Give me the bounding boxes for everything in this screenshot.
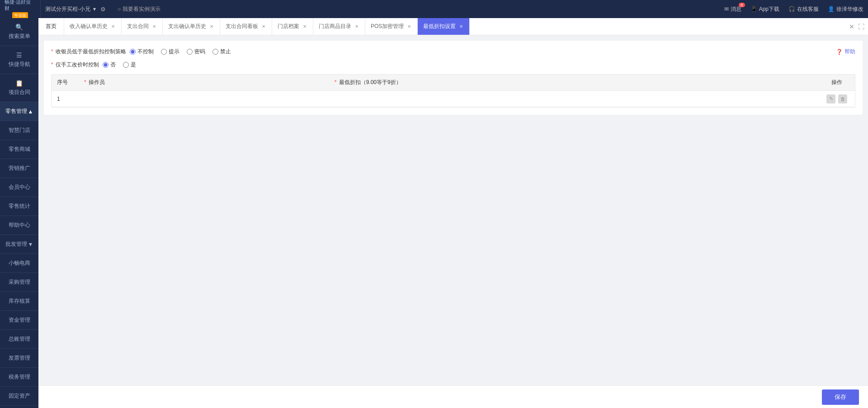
content-area: 首页 收入确认单历史 ✕ 支出合同 ✕ 支出确认单历史 ✕ 支出合同看板 ✕ 门… — [38, 18, 868, 408]
tab-close-icon[interactable]: ✕ — [406, 24, 412, 29]
tab-close-icon[interactable]: ✕ — [354, 24, 359, 29]
app-download-button[interactable]: 📱 App下载 — [750, 5, 779, 13]
sidebar-item-member-center[interactable]: 会员中心 — [0, 178, 38, 197]
help-link[interactable]: ❓ 帮助 — [836, 48, 855, 56]
delete-row-button[interactable]: 🗑 — [838, 94, 847, 103]
tab-payment-contract-board[interactable]: 支出合同看板 ✕ — [220, 18, 272, 35]
tab-close-icon[interactable]: ✕ — [209, 24, 214, 29]
radio-password[interactable]: 密码 — [187, 48, 205, 56]
app-logo: 畅捷·适好业财 专业版 — [5, 0, 41, 19]
th-seq: 序号 — [52, 79, 79, 86]
sidebar-item-label: 批发管理 — [5, 240, 27, 248]
sidebar-item-search[interactable]: 🔍 搜索菜单 — [0, 18, 38, 46]
radio-tip[interactable]: 提示 — [161, 48, 179, 56]
tab-min-discount[interactable]: 最低折扣设置 ✕ — [418, 18, 470, 35]
radio-no-control[interactable]: 不控制 — [130, 48, 154, 56]
sidebar-item-retail-mgmt[interactable]: 零售管理 ▲ — [0, 102, 38, 121]
sidebar-item-retail-mall[interactable]: 零售商城 — [0, 140, 38, 159]
th-discount: * 最低折扣（9.00等于9折） — [329, 79, 819, 86]
tab-store-archive[interactable]: 门店档案 ✕ — [272, 18, 313, 35]
tab-close-icon[interactable]: ✕ — [261, 24, 266, 29]
radio-forbid[interactable]: 禁止 — [212, 48, 231, 56]
tab-end-buttons: ✕ ⛶ — [845, 23, 868, 30]
sidebar-item-purchase-mgmt[interactable]: 采购管理 — [0, 273, 38, 292]
sidebar-item-project-contract[interactable]: 📋 项目合同 — [0, 74, 38, 102]
sidebar-item-ecommerce[interactable]: 小畅电商 — [0, 254, 38, 273]
sidebar-item-marketing[interactable]: 营销推广 — [0, 159, 38, 178]
sidebar-item-label: 快捷导航 — [9, 61, 30, 68]
sidebar-item-smart-store[interactable]: 智慧门店 — [0, 121, 38, 140]
sidebar-item-label: 税务管理 — [9, 373, 30, 381]
settings-button[interactable]: ⚙ — [98, 4, 108, 14]
radio-no[interactable]: 否 — [103, 61, 116, 69]
manual-price-row: * 仅手工改价时控制 否 是 — [51, 61, 855, 69]
sidebar-item-label: 项目合同 — [9, 89, 30, 96]
sidebar-item-fund-mgmt[interactable]: 资金管理 — [0, 311, 38, 330]
tab-income-confirm-history[interactable]: 收入确认单历史 ✕ — [64, 18, 122, 35]
radio-yes[interactable]: 是 — [123, 61, 136, 69]
edit-row-button[interactable]: ✎ — [826, 94, 835, 103]
project-name: 测试分开买程-小兄 — [45, 5, 90, 13]
tab-pos-password[interactable]: POS加密管理 ✕ — [365, 18, 418, 35]
tab-label: 收入确认单历史 — [70, 23, 108, 30]
tab-label: 最低折扣设置 — [423, 23, 456, 30]
sidebar-item-label: 会员中心 — [9, 183, 30, 191]
user-profile-button[interactable]: 👤 徐泽华修改 — [828, 5, 863, 13]
search-icon: 🔍 — [15, 23, 23, 31]
maximize-tab-button[interactable]: ⛶ — [858, 23, 864, 30]
settings-card: * 收银员低于最低折扣控制策略 不控制 提示 — [44, 41, 863, 115]
contract-icon: 📋 — [15, 80, 23, 87]
circle-icon: ○ — [118, 6, 121, 12]
tab-payment-contract[interactable]: 支出合同 ✕ — [122, 18, 163, 35]
sidebar-item-label: 资金管理 — [9, 316, 30, 324]
sidebar-item-label: 搜索菜单 — [9, 33, 30, 40]
td-seq: 1 — [52, 96, 79, 102]
sidebar-item-shortcuts[interactable]: ☰ 快捷导航 — [0, 46, 38, 74]
sidebar-item-label: 发票管理 — [9, 354, 30, 362]
project-selector[interactable]: 测试分开买程-小兄 ▾ — [45, 5, 96, 13]
tab-close-icon[interactable]: ✕ — [151, 24, 157, 29]
message-badge: 8 — [739, 3, 745, 7]
sidebar-item-retail-stats[interactable]: 零售统计 — [0, 197, 38, 216]
page-content: * 收银员低于最低折扣控制策略 不控制 提示 — [38, 35, 868, 385]
logo-text: 畅捷·适好业财 — [5, 0, 36, 11]
required-mark: * — [51, 48, 53, 55]
avatar-icon: 👤 — [828, 6, 835, 12]
tab-label: 支出合同 — [127, 23, 149, 30]
tab-label: POS加密管理 — [371, 23, 404, 30]
sidebar-item-help-center[interactable]: 帮助中心 — [0, 216, 38, 235]
tab-close-icon[interactable]: ✕ — [302, 24, 307, 29]
bottom-bar: 保存 — [38, 385, 868, 408]
close-tab-button[interactable]: ✕ — [849, 23, 854, 30]
tab-close-icon[interactable]: ✕ — [110, 24, 116, 29]
demo-link[interactable]: ○ 我要看实例演示 — [118, 5, 160, 13]
tab-store-products[interactable]: 门店商品目录 ✕ — [313, 18, 365, 35]
tab-close-icon[interactable]: ✕ — [458, 24, 464, 29]
sidebar-item-invoice-mgmt[interactable]: 发票管理 — [0, 349, 38, 368]
required-mark: * — [51, 61, 53, 68]
sidebar-item-ledger[interactable]: 总账管理 — [0, 330, 38, 349]
save-button[interactable]: 保存 — [822, 389, 859, 405]
messages-button[interactable]: ✉ 消息 8 — [724, 5, 741, 13]
sidebar-item-tax-mgmt[interactable]: 税务管理 — [0, 368, 38, 387]
dropdown-icon: ▾ — [93, 6, 96, 12]
tab-home[interactable]: 首页 — [38, 18, 64, 35]
main-layout: 🔍 搜索菜单 ☰ 快捷导航 📋 项目合同 零售管理 ▲ 智慧门店 零售商城 营销… — [0, 18, 868, 408]
sidebar-item-label: 采购管理 — [9, 278, 30, 286]
sidebar-item-label: 营销推广 — [9, 164, 30, 172]
sidebar-item-inventory[interactable]: 库存核算 — [0, 292, 38, 311]
discount-control-options: 不控制 提示 密码 禁止 — [130, 48, 231, 56]
table-header: 序号 * 操作员 * 最低折扣（9.00等于9折） 操作 — [52, 75, 855, 91]
sidebar-item-wholesale-mgmt[interactable]: 批发管理 ▼ — [0, 235, 38, 254]
td-action: ✎ 🗑 — [819, 94, 855, 103]
sidebar-item-label: 帮助中心 — [9, 221, 30, 229]
question-icon: ❓ — [836, 49, 843, 55]
sidebar-item-label: 小畅电商 — [9, 259, 30, 267]
discount-table: 序号 * 操作员 * 最低折扣（9.00等于9折） 操作 1 — [51, 74, 855, 108]
sidebar-item-label: 零售统计 — [9, 202, 30, 210]
tab-payment-confirm-history[interactable]: 支出确认单历史 ✕ — [163, 18, 220, 35]
online-service-button[interactable]: 🎧 在线客服 — [788, 5, 819, 13]
sidebar-item-fixed-assets[interactable]: 固定资产 — [0, 387, 38, 406]
headset-icon: 🎧 — [788, 6, 795, 12]
sidebar-item-payroll[interactable]: 工资 — [0, 406, 38, 408]
